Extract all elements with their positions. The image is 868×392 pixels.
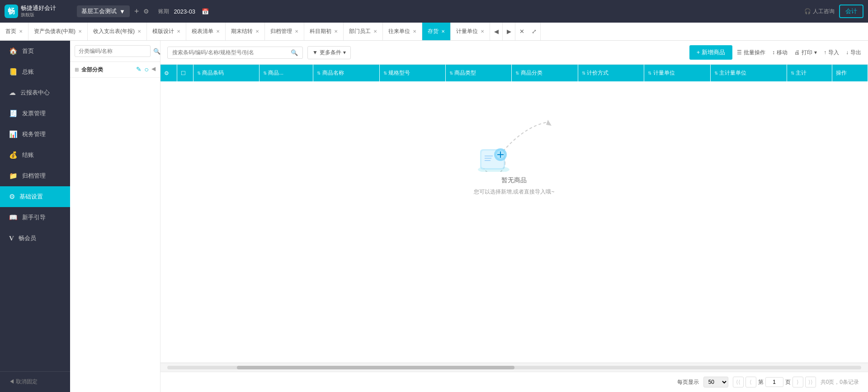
org-selector[interactable]: 基层工会测试 ▼	[77, 5, 130, 17]
tab-close-period[interactable]: ✕	[255, 29, 259, 34]
left-panel: 🔍 ⊞ 全部分类 ✎ ○ ◀	[70, 41, 160, 392]
tab-bar: 首页 ✕ 资产负债表(中期) ✕ 收入支出表(年报) ✕ 模版设计 ✕ 税表清单…	[0, 23, 868, 41]
tab-close-tax[interactable]: ✕	[216, 29, 220, 34]
page-number-input[interactable]: 1	[765, 377, 783, 387]
service-btn[interactable]: 🎧 人工咨询	[804, 8, 835, 15]
account-btn[interactable]: 会计	[839, 5, 863, 18]
col-category-header[interactable]: ⇅ 商品分类	[512, 65, 578, 81]
search-bar: 🔍	[167, 47, 303, 59]
sidebar-item-close[interactable]: 💰 结账	[0, 145, 70, 165]
col-pricing-header[interactable]: ⇅ 计价方式	[578, 65, 644, 81]
tab-nav-prev[interactable]: ◀	[490, 23, 503, 40]
print-arrow-icon: ▾	[814, 49, 817, 56]
tab-archive[interactable]: 归档管理 ✕	[265, 23, 304, 40]
print-btn[interactable]: 🖨 打印 ▾	[794, 49, 817, 57]
category-icons: ✎ ○ ◀	[136, 66, 156, 74]
right-content: 🔍 ▼ 更多条件 ▾ + 新增商品 ☰ 批量操作 ↕	[160, 41, 868, 392]
col-spec-header[interactable]: ⇅ 规格型号	[379, 65, 445, 81]
pagination-bar: 每页显示 50 20 100 ⟨⟨ ⟨ 第 1 页 ⟩ ⟩⟩	[160, 372, 868, 392]
page-prefix: 第	[758, 378, 764, 386]
tab-vendor[interactable]: 往来单位 ✕	[383, 23, 422, 40]
collapse-left-panel-btn[interactable]: ◀	[151, 66, 156, 74]
col-name-header[interactable]: ⇅ 商品名称	[313, 65, 379, 81]
page-next-btn[interactable]: ⟩	[793, 377, 803, 387]
import-icon: ↑	[824, 49, 826, 56]
close-account-icon: 💰	[9, 151, 18, 159]
tab-close-balance[interactable]: ✕	[78, 29, 82, 34]
category-search-icon[interactable]: 🔍	[153, 48, 160, 55]
settings-icon[interactable]: ⚙	[143, 8, 149, 15]
col-barcode-header[interactable]: ⇅ 商品条码	[193, 65, 259, 81]
page-total: 共0页，0条记录	[821, 378, 859, 386]
col-main-unit-header[interactable]: ⇅ 主计量单位	[710, 65, 787, 81]
move-btn[interactable]: ↕ 移动	[772, 49, 788, 57]
filter-icon: ▼	[312, 49, 318, 56]
page-nav: ⟨⟨ ⟨ 第 1 页 ⟩ ⟩⟩	[733, 377, 816, 387]
tab-expand[interactable]: ⤢	[528, 23, 541, 40]
tab-close-inventory[interactable]: ✕	[441, 29, 445, 34]
category-search-input[interactable]	[75, 45, 151, 57]
more-filter-btn[interactable]: ▼ 更多条件 ▾	[307, 46, 351, 59]
add-product-btn[interactable]: + 新增商品	[689, 45, 732, 60]
tab-close-all[interactable]: ✕	[515, 23, 528, 40]
col-check-header[interactable]: ☐	[177, 65, 193, 81]
page-suffix: 页	[785, 378, 791, 386]
empty-illustration-svg	[458, 118, 571, 172]
add-category-btn[interactable]: ○	[144, 66, 149, 74]
batch-op-btn[interactable]: ☰ 批量操作	[737, 49, 765, 57]
scrollbar-thumb[interactable]	[237, 366, 514, 369]
sidebar-collapse-btn[interactable]: ◀ 取消固定	[0, 371, 70, 392]
tab-subject[interactable]: 科目期初 ✕	[304, 23, 344, 40]
cloud-icon: ☁	[9, 89, 16, 97]
tab-inventory[interactable]: 存货 ✕	[422, 23, 451, 40]
col-settings-header[interactable]: ⚙	[160, 65, 177, 81]
col-action-header: 操作	[832, 65, 868, 81]
sidebar-item-ledger[interactable]: 📒 总账	[0, 61, 70, 82]
product-search-icon[interactable]: 🔍	[291, 49, 298, 56]
import-btn[interactable]: ↑ 导入	[824, 49, 839, 57]
move-icon: ↕	[772, 49, 775, 56]
sidebar-item-cloud[interactable]: ☁ 云报表中心	[0, 82, 70, 103]
col-main-count-header[interactable]: ⇅ 主计	[787, 65, 832, 81]
col-unit-header[interactable]: ⇅ 计量单位	[644, 65, 710, 81]
tab-close-template[interactable]: ✕	[177, 29, 180, 34]
page-last-btn[interactable]: ⟩⟩	[805, 377, 816, 387]
product-search-input[interactable]	[172, 49, 288, 56]
sidebar-item-invoice[interactable]: 🧾 发票管理	[0, 103, 70, 124]
tab-unit[interactable]: 计量单位 ✕	[451, 23, 490, 40]
tab-template[interactable]: 模版设计 ✕	[147, 23, 186, 40]
export-btn[interactable]: ↓ 导出	[846, 49, 861, 57]
page-prev-btn[interactable]: ⟨	[745, 377, 756, 387]
calendar-icon[interactable]: 📅	[202, 8, 209, 15]
tab-close-income[interactable]: ✕	[137, 29, 141, 34]
tab-close-subject[interactable]: ✕	[334, 29, 338, 34]
invoice-icon: 🧾	[9, 109, 18, 118]
sidebar-item-member[interactable]: V 畅会员	[0, 228, 70, 249]
sidebar-item-guide[interactable]: 📖 新手引导	[0, 207, 70, 228]
tab-dept[interactable]: 部门员工 ✕	[344, 23, 383, 40]
tab-close-homepage[interactable]: ✕	[19, 29, 23, 34]
tab-close-vendor[interactable]: ✕	[413, 29, 416, 34]
tab-close-dept[interactable]: ✕	[373, 29, 377, 34]
sidebar-item-archive[interactable]: 📁 归档管理	[0, 165, 70, 186]
tab-tax[interactable]: 税表清单 ✕	[186, 23, 226, 40]
sidebar-item-basic[interactable]: ⚙ 基础设置	[0, 186, 70, 207]
page-first-btn[interactable]: ⟨⟨	[733, 377, 744, 387]
tab-homepage[interactable]: 首页 ✕	[0, 23, 28, 40]
col-code-header[interactable]: ⇅ 商品...	[259, 65, 313, 81]
tab-period-close[interactable]: 期末结转 ✕	[226, 23, 265, 40]
horizontal-scrollbar[interactable]	[167, 366, 861, 369]
tab-income[interactable]: 收入支出表(年报) ✕	[88, 23, 147, 40]
tab-balance-sheet[interactable]: 资产负债表(中期) ✕	[28, 23, 88, 40]
edit-category-btn[interactable]: ✎	[136, 66, 142, 74]
member-icon: V	[9, 235, 14, 242]
tab-close-unit[interactable]: ✕	[481, 29, 484, 34]
sidebar: 🏠 首页 📒 总账 ☁ 云报表中心 🧾 发票管理 📊 税务管理 💰 结账 📁 归…	[0, 41, 70, 392]
per-page-select[interactable]: 50 20 100	[703, 377, 728, 387]
sidebar-item-tax[interactable]: 📊 税务管理	[0, 124, 70, 145]
tab-nav-next[interactable]: ▶	[503, 23, 515, 40]
sidebar-item-home[interactable]: 🏠 首页	[0, 41, 70, 61]
tab-close-archive[interactable]: ✕	[295, 29, 298, 34]
add-org-btn[interactable]: +	[134, 7, 139, 16]
col-type-header[interactable]: ⇅ 商品类型	[446, 65, 512, 81]
